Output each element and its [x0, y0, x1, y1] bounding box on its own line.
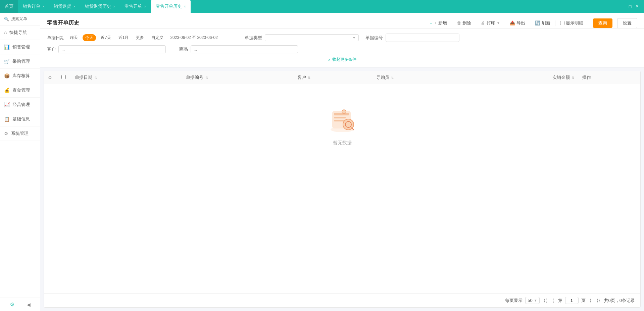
tab-home[interactable]: 首页 [0, 0, 18, 13]
sidebar-search[interactable]: 🔍 搜索采单 [0, 13, 40, 25]
delete-button[interactable]: 🗑 删除 [457, 20, 471, 26]
date-shortcut-today[interactable]: 今天 [83, 34, 96, 41]
col-amount-sort[interactable]: ⇅ [572, 76, 574, 80]
settings-button[interactable]: 设置 [617, 18, 637, 28]
sidebar-icon-sales-mgmt: 📊 [4, 44, 10, 50]
tab-close-sales-return-history[interactable]: × [113, 4, 115, 8]
divider3 [505, 20, 505, 26]
collapse-button[interactable]: ∧ 收起更多条件 [47, 57, 637, 62]
collapse-icon[interactable]: ◀ [27, 302, 31, 307]
collapse-up-icon: ∧ [328, 57, 331, 62]
sidebar-item-operations[interactable]: 📈 经营管理 [0, 98, 40, 112]
date-shortcut-more[interactable]: 更多 [133, 34, 147, 41]
table-container: ⚙ 单据日期 ⇅ 单据编号 ⇅ [44, 71, 641, 308]
tab-sales-order[interactable]: 销售订单× [18, 0, 49, 13]
col-number-label: 单据编号 [186, 75, 203, 80]
tab-retail-open[interactable]: 零售开单× [120, 0, 151, 13]
sidebar-item-finance[interactable]: 💰 资金管理 [0, 83, 40, 98]
sidebar-icon-system: ⚙ [4, 131, 8, 136]
tab-label-sales-order: 销售订单 [23, 3, 40, 9]
col-customer: 客户 ⇅ [293, 71, 372, 84]
window-restore[interactable]: □ [629, 4, 632, 9]
col-actions-label: 操作 [582, 75, 591, 80]
col-date-sort[interactable]: ⇅ [94, 76, 97, 80]
date-shortcuts: 昨天今天近7天近1月更多自定义 [67, 34, 166, 41]
table-wrap: ⚙ 单据日期 ⇅ 单据编号 ⇅ [44, 71, 640, 293]
first-page-btn[interactable]: ⟨⟨ [542, 297, 548, 304]
show-detail-toggle[interactable]: 显示明细 [560, 20, 583, 26]
show-detail-label: 显示明细 [566, 20, 583, 26]
tab-label-home: 首页 [5, 3, 13, 9]
sidebar-item-basic-info[interactable]: 📋 基础信息 [0, 112, 40, 126]
delete-icon: 🗑 [457, 20, 461, 25]
page-header: 零售开单历史 ＋ + 新增 🗑 删除 🖨 打印 ▼ [40, 13, 644, 29]
col-actions: 操作 [578, 71, 640, 84]
last-page-btn[interactable]: ⟩⟩ [595, 297, 601, 304]
select-all-checkbox[interactable] [61, 75, 66, 79]
goods-ellipsis: ... [194, 47, 197, 52]
tab-retail-open-history[interactable]: 零售开单历史× [151, 0, 191, 13]
window-controls: □ × [629, 3, 644, 9]
per-page-select[interactable]: 50 ▼ [525, 297, 539, 304]
tab-sales-return[interactable]: 销货退货× [49, 0, 80, 13]
window-close[interactable]: × [636, 3, 639, 9]
sidebar-icon-basic-info: 📋 [4, 116, 10, 122]
tab-label-sales-return-history: 销货退货历史 [85, 3, 111, 9]
col-number: 单据编号 ⇅ [182, 71, 293, 84]
tab-sales-return-history[interactable]: 销货退货历史× [80, 0, 120, 13]
sidebar-label-system: 系统管理 [11, 131, 29, 137]
sidebar-label-purchase-mgmt: 采购管理 [12, 58, 30, 64]
col-customer-label: 客户 [297, 75, 306, 80]
svg-rect-2 [334, 113, 349, 115]
print-button[interactable]: 🖨 打印 ▼ [481, 20, 500, 26]
sidebar-item-sales-mgmt[interactable]: 📊 销售管理 [0, 40, 40, 54]
type-select[interactable]: ▼ [265, 34, 359, 41]
sidebar-item-system[interactable]: ⚙ 系统管理 [0, 126, 40, 141]
date-shortcut-yesterday[interactable]: 昨天 [67, 34, 81, 41]
add-label: + 新增 [435, 20, 447, 26]
goods-select[interactable]: ... [191, 45, 298, 53]
sidebar-item-quick-nav[interactable]: ⌂ 快捷导航 [0, 25, 40, 40]
date-shortcut-custom[interactable]: 自定义 [149, 34, 166, 41]
tab-list: 首页销售订单×销货退货×销货退货历史×零售开单×零售开单历史× [0, 0, 191, 13]
col-number-sort[interactable]: ⇅ [205, 76, 208, 80]
sidebar-label-quick-nav: 快捷导航 [9, 30, 27, 36]
settings-icon[interactable]: ⚙ [10, 301, 14, 308]
print-label: 打印 [487, 20, 495, 26]
col-salesperson-sort[interactable]: ⇅ [391, 76, 394, 80]
export-button[interactable]: 📤 导出 [510, 20, 525, 26]
add-button[interactable]: ＋ + 新增 [429, 20, 447, 26]
col-customer-sort[interactable]: ⇅ [308, 76, 310, 80]
tab-label-retail-open-history: 零售开单历史 [156, 3, 182, 9]
sidebar-icon-operations: 📈 [4, 102, 10, 107]
sidebar-label-basic-info: 基础信息 [12, 116, 30, 122]
refresh-button[interactable]: 🔄 刷新 [535, 20, 550, 26]
number-input[interactable] [386, 34, 459, 42]
date-shortcut-last7[interactable]: 近7天 [98, 34, 114, 41]
tab-close-sales-order[interactable]: × [42, 4, 44, 8]
per-page-value: 50 [528, 298, 532, 303]
date-filter: 单据日期 昨天今天近7天近1月更多自定义 2023-06-02 至 2023-0… [47, 34, 218, 41]
export-label: 导出 [516, 20, 525, 26]
table-gear-icon[interactable]: ⚙ [48, 75, 52, 80]
customer-select[interactable]: ... [58, 45, 166, 53]
prev-page-btn[interactable]: ⟨ [551, 297, 555, 304]
tab-close-sales-return[interactable]: × [73, 4, 75, 8]
tab-close-retail-open[interactable]: × [144, 4, 146, 8]
sidebar-item-purchase-mgmt[interactable]: 🛒 采购管理 [0, 54, 40, 69]
query-button[interactable]: 查询 [593, 18, 612, 28]
empty-state: 暂无数据 [44, 84, 640, 166]
empty-icon [326, 104, 359, 135]
divider2 [476, 20, 476, 26]
show-detail-checkbox[interactable] [560, 21, 564, 25]
tab-close-retail-open-history[interactable]: × [184, 4, 186, 8]
sidebar-label-operations: 经营管理 [12, 102, 30, 108]
type-filter: 单据类型 ▼ [245, 34, 359, 41]
divider6 [588, 20, 588, 26]
next-page-btn[interactable]: ⟩ [588, 297, 593, 304]
per-page-label: 每页显示 [505, 298, 523, 304]
col-salesperson-label: 导购员 [376, 75, 389, 80]
sidebar-item-inventory[interactable]: 📦 库存核算 [0, 69, 40, 83]
date-shortcut-last1m[interactable]: 近1月 [116, 34, 132, 41]
page-input[interactable] [565, 297, 579, 304]
